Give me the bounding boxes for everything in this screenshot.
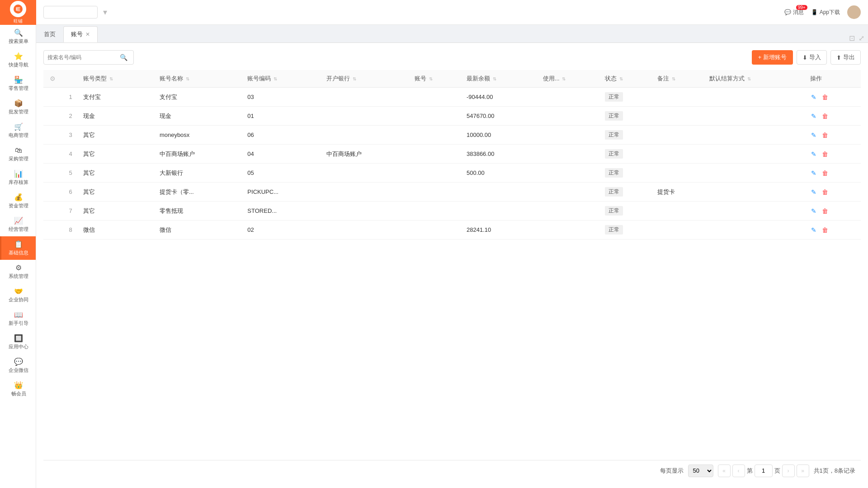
restore-icon[interactable]: ⊡: [849, 34, 855, 42]
th-type[interactable]: 账号类型 ⇅: [80, 70, 156, 88]
th-name[interactable]: 账号名称 ⇅: [156, 70, 244, 88]
delete-button[interactable]: 🗑: [821, 93, 829, 102]
edit-button[interactable]: ✎: [810, 93, 817, 102]
td-gear: [43, 126, 61, 145]
message-button[interactable]: 💬 消息 99+: [784, 9, 804, 16]
prev-page-button[interactable]: ‹: [732, 465, 745, 477]
sidebar-item-agreement[interactable]: 🤝 企业协同: [0, 283, 36, 307]
dropdown-chevron-icon[interactable]: ▾: [103, 7, 107, 17]
delete-button[interactable]: 🗑: [821, 188, 829, 197]
edit-button[interactable]: ✎: [810, 150, 817, 159]
tab-close-icon[interactable]: ✕: [85, 31, 90, 38]
first-page-button[interactable]: «: [718, 465, 731, 477]
delete-button[interactable]: 🗑: [821, 131, 829, 140]
sidebar-item-purchase[interactable]: 🛍 采购管理: [0, 142, 36, 166]
action-btns: ✎ 🗑: [810, 188, 857, 197]
td-type: 其它: [80, 145, 156, 164]
th-index: [61, 70, 80, 88]
edit-button[interactable]: ✎: [810, 206, 817, 216]
tab-home[interactable]: 首页: [36, 26, 63, 42]
search-input[interactable]: [47, 54, 120, 61]
edit-button[interactable]: ✎: [810, 131, 817, 140]
th-balance[interactable]: 最新余额 ⇅: [463, 70, 539, 88]
th-usage[interactable]: 使用... ⇅: [539, 70, 601, 88]
per-page-select[interactable]: 50 20 100: [688, 465, 713, 477]
sidebar-item-guide[interactable]: 📖 新手引导: [0, 307, 36, 330]
td-status: 正常: [601, 202, 654, 221]
td-account: [411, 145, 463, 164]
td-code: 04: [244, 145, 323, 164]
add-account-button[interactable]: + 新增账号: [752, 50, 793, 65]
delete-button[interactable]: 🗑: [821, 150, 829, 159]
td-bank: [323, 221, 410, 239]
accounts-table: ⚙ 账号类型 ⇅ 账号名称 ⇅ 账号编码 ⇅ 开户银行 ⇅ 账号 ⇅ 最新余额 …: [43, 70, 861, 239]
sidebar-item-label: 资金管理: [9, 202, 28, 209]
edit-button[interactable]: ✎: [810, 169, 817, 178]
td-bank: [323, 202, 410, 221]
th-code[interactable]: 账号编码 ⇅: [244, 70, 323, 88]
purchase-icon: 🛍: [15, 146, 22, 155]
sidebar-item-operations[interactable]: 📈 经营管理: [0, 213, 36, 236]
sidebar-item-search-menu[interactable]: 🔍 搜索菜单: [0, 25, 36, 48]
edit-button[interactable]: ✎: [810, 112, 817, 121]
tab-accounts[interactable]: 账号 ✕: [63, 26, 98, 42]
status-badge: 正常: [605, 187, 623, 197]
sort-icon-account: ⇅: [429, 76, 433, 81]
status-badge: 正常: [605, 149, 623, 159]
sidebar-item-system[interactable]: ⚙ 系统管理: [0, 260, 36, 283]
delete-button[interactable]: 🗑: [821, 112, 829, 121]
sidebar-item-finance[interactable]: 💰 资金管理: [0, 189, 36, 213]
wholesale-icon: 📦: [14, 99, 23, 108]
sidebar-item-ecommerce[interactable]: 🛒 电商管理: [0, 119, 36, 142]
app-download-button[interactable]: 📱 App下载: [811, 9, 840, 16]
sidebar-item-label: 库存核算: [9, 179, 28, 186]
th-status[interactable]: 状态 ⇅: [601, 70, 654, 88]
export-button[interactable]: ⬆ 导出: [830, 50, 861, 65]
th-account[interactable]: 账号 ⇅: [411, 70, 463, 88]
th-default-payment[interactable]: 默认结算方式 ⇅: [706, 70, 807, 88]
next-page-button[interactable]: ›: [782, 465, 795, 477]
sidebar-item-retail[interactable]: 🏪 零售管理: [0, 72, 36, 95]
page-label: 第: [747, 467, 753, 475]
sidebar-item-wechat[interactable]: 💬 企业微信: [0, 354, 36, 377]
system-icon: ⚙: [15, 263, 22, 272]
table-row: 3 其它 moneybosx 06 10000.00 正常 ✎ 🗑: [43, 126, 861, 145]
sidebar-item-wholesale[interactable]: 📦 批发管理: [0, 95, 36, 119]
sidebar-item-member[interactable]: 👑 畅会员: [0, 377, 36, 401]
sort-icon-usage: ⇅: [562, 76, 566, 81]
table-body: 1 支付宝 支付宝 03 -90444.00 正常 ✎ 🗑 2 现金 现: [43, 88, 861, 239]
fullscreen-icon[interactable]: ⤢: [859, 34, 864, 42]
top-left: ▾: [43, 6, 107, 19]
td-status: 正常: [601, 107, 654, 126]
td-type: 微信: [80, 221, 156, 239]
sidebar-item-app-center[interactable]: 🔲 应用中心: [0, 330, 36, 354]
user-avatar[interactable]: [847, 5, 861, 19]
quick-nav-icon: ⭐: [14, 52, 23, 61]
sidebar-item-label: 新手引导: [9, 320, 28, 327]
sidebar-item-inventory[interactable]: 📊 库存核算: [0, 166, 36, 189]
sidebar-item-basic-info[interactable]: 📋 基础信息: [0, 236, 36, 260]
search-icon[interactable]: 🔍: [120, 54, 127, 61]
delete-button[interactable]: 🗑: [821, 169, 829, 178]
delete-button[interactable]: 🗑: [821, 206, 829, 216]
td-name: 中百商场账户: [156, 145, 244, 164]
import-button[interactable]: ⬇ 导入: [797, 50, 827, 65]
td-type: 其它: [80, 183, 156, 202]
page-number-input[interactable]: [755, 465, 773, 477]
last-page-button[interactable]: »: [797, 465, 809, 477]
sidebar-item-label: 企业协同: [9, 296, 28, 303]
settings-icon[interactable]: ⚙: [50, 75, 56, 82]
td-bank: 中百商场账户: [323, 145, 410, 164]
top-search-input[interactable]: [43, 6, 98, 19]
th-bank[interactable]: 开户银行 ⇅: [323, 70, 410, 88]
td-type: 支付宝: [80, 88, 156, 107]
td-usage: [539, 221, 601, 239]
search-menu-icon: 🔍: [14, 28, 23, 37]
sidebar-item-quick-nav[interactable]: ⭐ 快捷导航: [0, 48, 36, 72]
sidebar-item-label: 经营管理: [9, 226, 28, 233]
th-notes[interactable]: 备注 ⇅: [654, 70, 706, 88]
edit-button[interactable]: ✎: [810, 225, 817, 235]
edit-button[interactable]: ✎: [810, 188, 817, 197]
delete-button[interactable]: 🗑: [821, 225, 829, 235]
svg-text:旺: 旺: [16, 7, 20, 12]
